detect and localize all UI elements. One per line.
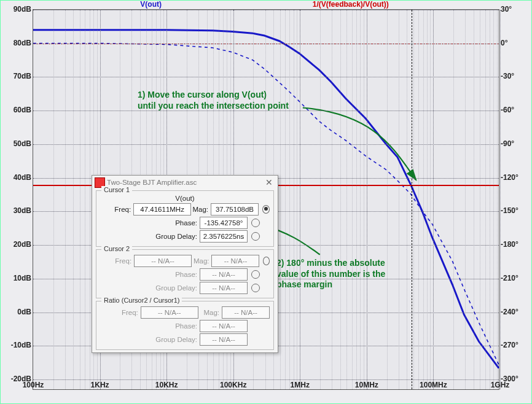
cursor2-phase-field: -- N/A-- — [200, 268, 248, 281]
legend-ratio: 1/(V(feedback)/V(out)) — [313, 0, 389, 9]
y-right-tick: -180° — [501, 240, 529, 249]
freq-label-3: Freq: — [100, 309, 138, 316]
cursor1-group: Cursor 1 V(out) Freq: 47.41611MHz Mag: 3… — [96, 190, 274, 247]
close-icon[interactable]: ✕ — [264, 177, 274, 187]
y-left-tick: 40dB — [2, 173, 31, 182]
dialog-title-text: Two-Stage BJT Amplifier.asc — [107, 179, 197, 186]
mag-label-3: Mag: — [198, 309, 219, 316]
gd-label: Group Delay: — [100, 233, 197, 240]
cursor2-gd-field: -- N/A-- — [200, 282, 248, 294]
ratio-label: Ratio (Cursor2 / Cursor1) — [101, 297, 182, 304]
ratio-mag-field: -- N/A-- — [222, 306, 270, 319]
y-right-tick: -270° — [501, 341, 529, 349]
phase-label-2: Phase: — [100, 271, 197, 278]
y-right-tick: -300° — [501, 375, 529, 383]
ratio-freq-field: -- N/A-- — [141, 306, 198, 319]
cursor2-label: Cursor 2 — [101, 245, 132, 252]
ratio-phase-field: -- N/A-- — [200, 320, 248, 332]
cursor2-freq-field: -- N/A-- — [134, 255, 192, 267]
cursor1-gd-field[interactable]: 2.3576225ns — [200, 230, 248, 243]
cursor2-mag-radio — [263, 257, 270, 265]
cursor1-trace: V(out) — [100, 195, 270, 202]
cursor1-gd-radio[interactable] — [251, 232, 260, 241]
y-left-tick: 70dB — [2, 72, 31, 80]
y-left-tick: 20dB — [2, 240, 31, 249]
cursor1-freq-field[interactable]: 47.41611MHz — [133, 203, 191, 216]
cursor1-phase-field[interactable]: -135.42758° — [200, 217, 248, 229]
gd-label-3: Group Delay: — [100, 336, 197, 343]
x-tick: 100KHz — [220, 381, 246, 389]
phase-label-3: Phase: — [100, 322, 197, 330]
y-right-tick: -120° — [501, 173, 529, 182]
y-right-tick: -150° — [501, 206, 529, 215]
y-right-tick: 30° — [501, 5, 529, 14]
ratio-gd-field: -- N/A-- — [200, 333, 248, 346]
cursor2-group: Cursor 2 Freq: -- N/A-- Mag: -- N/A-- Ph… — [96, 249, 274, 298]
y-right-tick: 0° — [501, 39, 529, 47]
cursor1-mag-radio[interactable] — [262, 205, 270, 214]
y-left-tick: 80dB — [2, 39, 31, 47]
freq-label-2: Freq: — [100, 257, 131, 265]
y-left-tick: 0dB — [2, 308, 31, 316]
x-tick: 100MHz — [420, 381, 447, 389]
x-tick: 10KHz — [155, 381, 178, 389]
mag-label-2: Mag: — [192, 257, 209, 265]
y-right-tick: -210° — [501, 274, 529, 282]
freq-label: Freq: — [100, 206, 131, 213]
y-right-tick: -90° — [501, 139, 529, 148]
y-right-tick: -30° — [501, 72, 529, 80]
y-left-tick: -20dB — [2, 375, 31, 383]
y-left-tick: 30dB — [2, 206, 31, 215]
y-right-tick: -240° — [501, 308, 529, 316]
cursor2-gd-radio — [251, 284, 260, 292]
legend-vout: V(out) — [140, 0, 162, 9]
y-left-tick: 10dB — [2, 274, 31, 282]
cursor2-mag-field: -- N/A-- — [211, 255, 259, 267]
ltspice-bode-window: V(out) 1/(V(feedback)/V(out)) 1) Move th… — [0, 0, 532, 404]
y-left-tick: 50dB — [2, 139, 31, 148]
cursor1-label: Cursor 1 — [101, 186, 132, 193]
cursor1-mag-field[interactable]: 37.75108dB — [211, 203, 259, 216]
y-left-tick: 60dB — [2, 106, 31, 114]
y-right-tick: -60° — [501, 106, 529, 114]
cursor2-phase-radio — [251, 270, 260, 279]
x-tick: 10MHz — [355, 381, 378, 389]
y-left-tick: 90dB — [2, 5, 31, 14]
ratio-group: Ratio (Cursor2 / Cursor1) Freq: -- N/A--… — [96, 301, 274, 350]
cursor1-phase-radio[interactable] — [251, 219, 260, 227]
phase-label: Phase: — [100, 219, 197, 227]
y-left-tick: -10dB — [2, 341, 31, 349]
gd-label-2: Group Delay: — [100, 284, 197, 292]
cursor-dialog[interactable]: Two-Stage BJT Amplifier.asc ✕ Cursor 1 V… — [92, 175, 278, 353]
mag-label: Mag: — [191, 206, 208, 213]
